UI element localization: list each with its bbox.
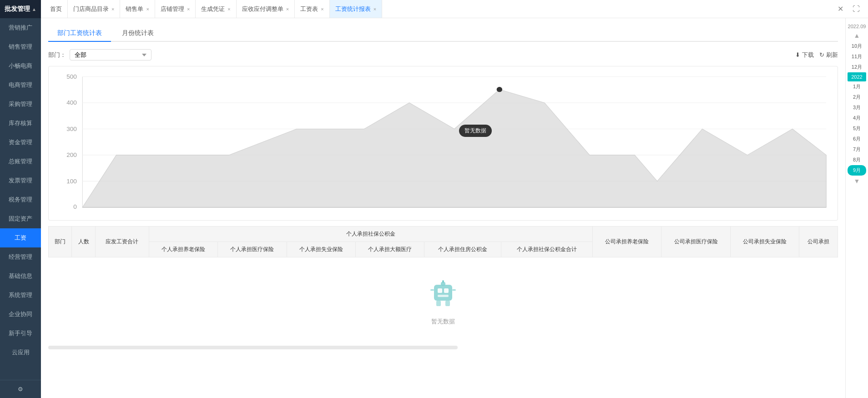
dept-select[interactable]: 全部 (70, 49, 151, 60)
timeline-month-3月[interactable]: 3月 (848, 102, 866, 113)
inner-tab-bar: 部门工资统计表 月份统计表 (48, 25, 838, 42)
svg-rect-17 (444, 288, 449, 293)
sidebar-item-gz[interactable]: 工资 (0, 228, 41, 247)
tab-bar-actions: ✕ ⛶ (835, 4, 864, 14)
svg-text:100: 100 (66, 178, 77, 184)
col-personal-medical: 个人承担医疗保险 (218, 242, 287, 257)
timeline-month-5月[interactable]: 5月 (848, 123, 866, 134)
timeline-up-arrow[interactable]: ▲ (852, 30, 862, 41)
sidebar-item-xpds[interactable]: 小畅电商 (0, 56, 41, 76)
tab-label-home: 首页 (50, 5, 62, 13)
timeline-down-arrow[interactable]: ▼ (852, 176, 862, 186)
tab-bar: 首页门店商品目录×销售单×店铺管理×生成凭证×应收应付调整单×工资表×工资统计报… (41, 0, 868, 18)
tab-dept-salary[interactable]: 部门工资统计表 (48, 25, 111, 42)
col-group-personal: 个人承担社保公积金 (149, 227, 592, 242)
timeline-month-6月[interactable]: 6月 (848, 134, 866, 144)
col-personal-housing: 个人承担住房公积金 (424, 242, 501, 257)
sidebar-item-gdzy[interactable]: 固定资产 (0, 209, 41, 228)
tab-close-recv[interactable]: × (286, 6, 289, 12)
refresh-button[interactable]: ↻ 刷新 (819, 51, 838, 59)
tab-home[interactable]: 首页 (45, 0, 68, 18)
col-company-medical: 公司承担医疗保险 (661, 227, 730, 257)
col-company-pension: 公司承担养老保险 (592, 227, 661, 257)
svg-point-14 (497, 87, 502, 92)
tab-label-shop: 店铺管理 (161, 5, 184, 13)
sidebar-item-swgl[interactable]: 税务管理 (0, 190, 41, 209)
sidebar-item-cggl[interactable]: 采购管理 (0, 95, 41, 114)
sidebar-item-fpgl[interactable]: 发票管理 (0, 171, 41, 190)
empty-robot-icon (425, 276, 461, 312)
svg-rect-20 (442, 280, 444, 283)
sidebar-item-dsgl[interactable]: 电商管理 (0, 76, 41, 95)
sidebar-item-qyxt[interactable]: 企业协同 (0, 305, 41, 324)
tab-salary[interactable]: 工资表× (295, 0, 329, 18)
timeline-month-7月[interactable]: 7月 (848, 144, 866, 155)
timeline-month-1月[interactable]: 1月 (848, 81, 866, 92)
tab-close-shop[interactable]: × (187, 6, 190, 12)
timeline-month-2月[interactable]: 2月 (848, 92, 866, 102)
tab-close-sales[interactable]: × (146, 6, 149, 12)
tab-month-stats[interactable]: 月份统计表 (113, 25, 163, 42)
restore-button[interactable]: ⛶ (850, 4, 863, 14)
sidebar-item-jygl[interactable]: 经营管理 (0, 247, 41, 267)
tab-shop[interactable]: 店铺管理× (155, 0, 196, 18)
col-personal-major-medical: 个人承担大额医疗 (356, 242, 424, 257)
col-personal-pension: 个人承担养老保险 (149, 242, 217, 257)
main-area: 首页门店商品目录×销售单×店铺管理×生成凭证×应收应付调整单×工资表×工资统计报… (41, 0, 868, 398)
sidebar-item-xsgl[interactable]: 销售管理 (0, 37, 41, 56)
col-dept: 部门 (49, 227, 72, 257)
tab-label-gen: 生成凭证 (201, 5, 225, 13)
chart-area: 500 400 300 200 100 0 暂无数据 (48, 66, 838, 221)
svg-text:300: 300 (66, 126, 77, 132)
timeline-month-8月[interactable]: 8月 (848, 155, 866, 165)
scroll-indicator[interactable] (48, 346, 458, 349)
data-table: 部门 人数 应发工资合计 个人承担社保公积金 公司承担养老保险 公司承担医疗保险… (48, 226, 838, 257)
timeline-month-12月[interactable]: 12月 (848, 62, 866, 72)
tab-report[interactable]: 工资统计报表× (330, 0, 382, 18)
sidebar-collapse-icon[interactable]: ▲ (32, 7, 36, 12)
empty-text: 暂无数据 (431, 317, 455, 326)
sidebar-item-zjgl[interactable]: 资金管理 (0, 133, 41, 152)
toolbar: 部门： 全部 ⬇ 下载 ↻ 刷新 (48, 49, 838, 60)
tab-recv[interactable]: 应收应付调整单× (237, 0, 295, 18)
tab-close-salary[interactable]: × (321, 6, 323, 12)
chart-svg: 500 400 300 200 100 0 (49, 66, 838, 220)
timeline-month-4月[interactable]: 4月 (848, 113, 866, 123)
close-all-button[interactable]: ✕ (835, 4, 846, 14)
svg-rect-21 (430, 289, 434, 291)
toolbar-right: ⬇ 下载 ↻ 刷新 (795, 51, 838, 59)
sidebar-item-xsyd[interactable]: 新手引导 (0, 324, 41, 343)
tab-label-recv: 应收应付调整单 (242, 5, 283, 13)
chart-tooltip: 暂无数据 (459, 125, 492, 137)
svg-text:200: 200 (66, 152, 77, 158)
timeline-month-10月[interactable]: 10月 (848, 41, 866, 51)
svg-rect-23 (436, 301, 441, 306)
col-personal-unemployment: 个人承担失业保险 (287, 242, 355, 257)
tab-store[interactable]: 门店商品目录× (68, 0, 120, 18)
page-content: 部门工资统计表 月份统计表 部门： 全部 ⬇ 下载 ↻ (41, 18, 845, 398)
sidebar-item-zzgl[interactable]: 总账管理 (0, 152, 41, 171)
tab-close-gen[interactable]: × (227, 6, 230, 12)
sidebar-title: 批发管理 (5, 5, 30, 13)
sidebar-item-jcxx[interactable]: 基础信息 (0, 267, 41, 286)
timeline-year-2022[interactable]: 2022 (848, 72, 866, 81)
sidebar-item-yyyy[interactable]: 云应用 (0, 343, 41, 362)
sidebar-settings-button[interactable]: ⚙ (0, 380, 41, 398)
tab-label-report: 工资统计报表 (335, 5, 371, 13)
svg-rect-24 (445, 301, 450, 306)
sidebar-item-kche[interactable]: 库存核算 (0, 114, 41, 133)
tab-close-report[interactable]: × (373, 6, 376, 12)
tab-sales[interactable]: 销售单× (120, 0, 155, 18)
tab-label-salary: 工资表 (300, 5, 318, 13)
sidebar-item-xtgl[interactable]: 系统管理 (0, 286, 41, 305)
sidebar-item-yxtp[interactable]: 营销推广 (0, 18, 41, 37)
timeline-month-9月[interactable]: 9月 (848, 165, 866, 176)
table-wrapper[interactable]: 部门 人数 应发工资合计 个人承担社保公积金 公司承担养老保险 公司承担医疗保险… (48, 226, 838, 351)
timeline-month-11月[interactable]: 11月 (848, 51, 866, 62)
tab-label-store: 门店商品目录 (73, 5, 109, 13)
tab-close-store[interactable]: × (111, 6, 114, 12)
tab-gen[interactable]: 生成凭证× (196, 0, 236, 18)
download-button[interactable]: ⬇ 下载 (795, 51, 814, 59)
toolbar-left: 部门： 全部 (48, 49, 151, 60)
svg-rect-18 (438, 295, 449, 297)
